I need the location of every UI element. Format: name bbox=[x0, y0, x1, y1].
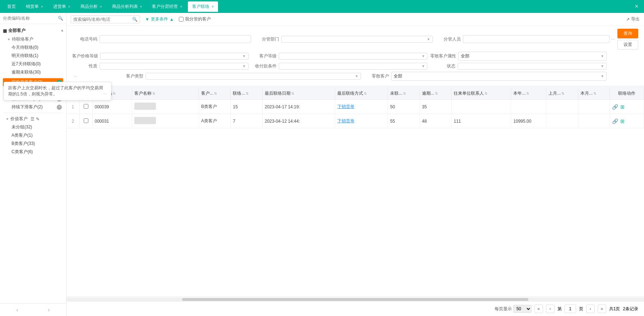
customer-type-select[interactable]: ▼ bbox=[145, 73, 361, 80]
retail-customer-label: 零散客户 bbox=[364, 73, 389, 79]
nav-item-home[interactable]: 首页 bbox=[3, 1, 20, 12]
price-level-select[interactable]: ▼ bbox=[100, 53, 249, 60]
value-grid-icon[interactable]: ☰ bbox=[31, 117, 34, 122]
settings-button[interactable]: 设置 bbox=[617, 40, 638, 49]
next-page-button[interactable]: › bbox=[586, 305, 595, 313]
row4-ellipsis[interactable]: ··· bbox=[72, 74, 79, 79]
last-page-button[interactable]: » bbox=[598, 305, 606, 313]
contact-person-sort-icon[interactable]: ⇅ bbox=[485, 91, 487, 95]
retail-customer-chevron-icon: ▼ bbox=[601, 74, 604, 78]
row-select-checkbox[interactable] bbox=[84, 104, 88, 109]
prev-page-button[interactable]: ‹ bbox=[546, 305, 555, 313]
sidebar-item-c-class[interactable]: C类客户(6) bbox=[3, 148, 63, 156]
payment-label: 收付款条件 bbox=[251, 63, 277, 69]
nav-item-customer-tier[interactable]: 客户分层经营 × bbox=[148, 1, 186, 12]
all-customers-header[interactable]: ▦ 全部客户 « bbox=[3, 26, 63, 35]
nav-close-customer-contact[interactable]: × bbox=[212, 5, 214, 9]
last-month-sort-icon[interactable]: ⇅ bbox=[561, 91, 564, 95]
manager-dots-icon[interactable]: ··· bbox=[611, 37, 615, 42]
sidebar-search-input[interactable] bbox=[3, 16, 58, 21]
method-sort-icon[interactable]: ⇅ bbox=[364, 91, 367, 95]
sidebar-item-ungrouped[interactable]: 未分组(32) bbox=[3, 123, 63, 131]
nav-close-purchase[interactable]: × bbox=[68, 5, 70, 9]
retail-customer-select[interactable]: 全部 ▼ bbox=[391, 72, 607, 81]
th-last-month: 上月...⇅ bbox=[546, 88, 578, 100]
sidebar-next-btn[interactable]: › bbox=[33, 305, 65, 315]
action-link-icon[interactable]: 🔗 bbox=[612, 104, 618, 110]
sidebar-item-declining[interactable]: 持续下滑客户(2) ? bbox=[3, 103, 63, 111]
phone-input[interactable] bbox=[99, 35, 251, 43]
status-select[interactable]: ▼ bbox=[458, 63, 607, 70]
manager-input[interactable] bbox=[463, 35, 610, 43]
nav-close-customer-tier[interactable]: × bbox=[180, 5, 182, 9]
sidebar-item-overdue[interactable]: 逾期未联络(30) bbox=[3, 68, 63, 76]
my-customers-checkbox[interactable] bbox=[179, 17, 184, 22]
row-name bbox=[132, 114, 199, 128]
search-icon[interactable]: 🔍 bbox=[132, 17, 138, 22]
filter-panel: 电话号码 分管部门 ▼ 分管人员 ··· bbox=[66, 26, 644, 86]
pending-contact-group[interactable]: ▼ 待联络客户 bbox=[3, 35, 63, 43]
nav-close-sales[interactable]: × bbox=[41, 5, 43, 9]
row-action: 🔗 ⊞ bbox=[610, 114, 644, 128]
code-sort-icon[interactable]: ⇅ bbox=[113, 91, 116, 95]
search-input[interactable] bbox=[73, 17, 131, 22]
date-sort-icon[interactable]: ⇅ bbox=[291, 91, 294, 95]
not-contacted-sort-icon[interactable]: ⇅ bbox=[403, 91, 406, 95]
sidebar-collapse-icon[interactable]: « bbox=[61, 29, 63, 33]
more-conditions-button[interactable]: ▼ 更多条件 ▲ bbox=[143, 15, 176, 23]
status-label: 状态 bbox=[430, 63, 455, 69]
retail-attr-select[interactable]: 全部 ▼ bbox=[458, 52, 607, 61]
sidebar-search-icon[interactable]: 🔍 bbox=[58, 16, 63, 21]
nav-item-goods-analysis[interactable]: 商品分析 × bbox=[76, 1, 106, 12]
export-button[interactable]: ↗ 导出 bbox=[626, 16, 640, 22]
filter-top-bar: 🔍 ▼ 更多条件 ▲ 我分管的客户 ↗ 导出 bbox=[66, 13, 644, 26]
payment-select[interactable]: ▼ bbox=[279, 63, 428, 70]
th-contact: 联络...⇅ bbox=[231, 88, 263, 100]
nav-item-purchase[interactable]: 进货单 × bbox=[49, 1, 75, 12]
th-name: 客户名称⇅ bbox=[132, 88, 199, 100]
action-grid-icon[interactable]: ⊞ bbox=[620, 104, 625, 110]
action-grid-icon[interactable]: ⊞ bbox=[620, 118, 625, 124]
sidebar-prev-btn[interactable]: ‹ bbox=[1, 305, 33, 315]
nav-close-goods-analysis-list[interactable]: × bbox=[140, 5, 142, 9]
scroll-thumb[interactable] bbox=[182, 298, 529, 301]
nav-close-goods-analysis[interactable]: × bbox=[100, 5, 102, 9]
page-number-input[interactable] bbox=[565, 305, 576, 313]
value-edit-icon[interactable]: ✎ bbox=[36, 117, 40, 122]
payment-chevron-icon: ▼ bbox=[421, 64, 425, 68]
filter-phone-field: 电话号码 bbox=[72, 35, 251, 43]
close-all-tabs-button[interactable]: × bbox=[632, 2, 641, 11]
nav-item-goods-analysis-list[interactable]: 商品分析列表 × bbox=[108, 1, 147, 12]
nav-item-sales[interactable]: 销货单 × bbox=[22, 1, 47, 12]
action-link-icon[interactable]: 🔗 bbox=[612, 118, 618, 124]
customer-level-chevron-icon: ▼ bbox=[421, 54, 425, 58]
this-month-sort-icon[interactable]: ⇅ bbox=[593, 91, 596, 95]
nav-item-customer-contact[interactable]: 客户联络 × bbox=[188, 1, 218, 12]
tooltip-close-icon[interactable]: ··· bbox=[103, 91, 107, 96]
per-page-select[interactable]: 50 100 200 bbox=[513, 305, 532, 313]
last-method-link[interactable]: 下销货单 bbox=[337, 104, 355, 109]
filter-nature-field: 性质 ▼ bbox=[72, 63, 249, 70]
declining-help-icon[interactable]: ? bbox=[57, 105, 62, 110]
type-sort-icon[interactable]: ⇅ bbox=[214, 91, 217, 95]
row-code: 000039 bbox=[92, 100, 132, 114]
first-page-button[interactable]: « bbox=[534, 305, 543, 313]
contact-sort-icon[interactable]: ⇅ bbox=[246, 91, 249, 95]
name-sort-icon[interactable]: ⇅ bbox=[152, 91, 155, 95]
sidebar-item-tomorrow[interactable]: 明天待联络(1) bbox=[3, 52, 63, 60]
price-level-label: 客户价格等级 bbox=[72, 53, 98, 59]
customer-level-select[interactable]: ▼ bbox=[279, 53, 428, 60]
sidebar-item-7days[interactable]: 近7天待联络(0) bbox=[3, 60, 63, 68]
filter-status-field: 状态 ▼ bbox=[430, 63, 607, 70]
sidebar-item-today[interactable]: 今天待联络(0) bbox=[3, 43, 63, 52]
horizontal-scrollbar[interactable] bbox=[66, 298, 644, 301]
dept-select[interactable]: ▼ bbox=[281, 36, 433, 43]
query-button[interactable]: 查询 bbox=[617, 29, 638, 38]
nature-select[interactable]: ▼ bbox=[99, 63, 249, 70]
last-method-link[interactable]: 下销货单 bbox=[337, 118, 355, 123]
sidebar-item-a-class[interactable]: A类客户(1) bbox=[3, 131, 63, 140]
row-select-checkbox[interactable] bbox=[84, 118, 88, 123]
this-year-sort-icon[interactable]: ⇅ bbox=[526, 91, 529, 95]
overdue-sort-icon[interactable]: ⇅ bbox=[435, 91, 438, 95]
sidebar-item-b-class[interactable]: B类客户(33) bbox=[3, 140, 63, 148]
